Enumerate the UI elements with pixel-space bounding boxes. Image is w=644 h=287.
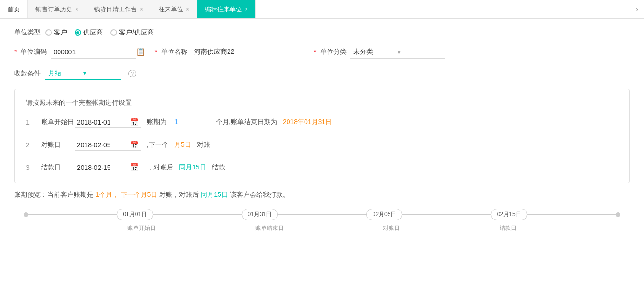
unit-code-input[interactable]	[53, 48, 136, 56]
tab-nav-arrow[interactable]: ›	[630, 0, 644, 18]
unit-code-input-wrap: 📋	[51, 45, 136, 59]
period-title: 请按照未来的一个完整帐期进行设置	[26, 99, 618, 107]
timeline-node-1: 01月01日	[117, 209, 153, 220]
unit-name-input[interactable]	[191, 46, 295, 58]
period-count-wrap	[172, 117, 210, 127]
radio-customer-circle	[45, 29, 52, 36]
period-row-2-date-input[interactable]	[77, 141, 130, 149]
timeline-node-4-label: 02月15日	[491, 209, 527, 220]
tab-cashwork[interactable]: 钱货日清工作台 ×	[86, 0, 151, 18]
period-row-3-desc-after: 结款	[212, 163, 225, 172]
payment-terms-help[interactable]: ?	[128, 70, 136, 77]
payment-terms-select[interactable]: 月结 ▾	[45, 67, 121, 80]
timeline-node-2: 01月31日	[242, 209, 278, 220]
period-row-3-calendar-icon[interactable]: 📅	[130, 163, 139, 172]
period-row-3-highlight: 同月15日	[179, 163, 206, 172]
period-row-2-desc-after: 对账	[197, 141, 210, 149]
period-row-1-date-wrap: 📅	[75, 117, 141, 128]
preview-label: 账期预览：当前客户账期是	[14, 191, 93, 198]
unit-category-value: 未分类	[353, 48, 398, 56]
timeline-seg-5	[527, 214, 616, 215]
radio-both[interactable]: 客户/供应商	[110, 28, 154, 37]
timeline-end-dot	[616, 212, 620, 217]
payment-terms-label: 收款条件	[14, 69, 41, 78]
payment-terms-row: 收款条件 月结 ▾ ?	[14, 67, 630, 80]
tab-home[interactable]: 首页	[0, 0, 28, 18]
preview-part1: 1个月，	[95, 191, 119, 198]
timeline-label-3: 对账日	[383, 224, 400, 232]
period-row-2-num: 2	[26, 141, 35, 149]
unit-type-row: 单位类型 客户 供应商 客户/供应商	[14, 28, 630, 37]
period-row-2-desc-before: ,下一个	[147, 141, 169, 149]
main-content: 单位类型 客户 供应商 客户/供应商 * 单位编码 📋	[0, 19, 644, 287]
timeline-label-4: 结款日	[500, 224, 517, 232]
period-row-1-num: 1	[26, 118, 35, 126]
tab-edit-partner-label: 编辑往来单位	[205, 5, 242, 14]
period-row-3-date-input[interactable]	[77, 164, 130, 171]
timeline-labels-row: 账单开始日 账单结束日 对账日 结款日	[24, 224, 620, 232]
tab-sales-history-close[interactable]: ×	[75, 6, 78, 13]
period-count-input[interactable]	[174, 118, 208, 126]
unit-code-icon[interactable]: 📋	[136, 47, 145, 56]
unit-code-required-star: *	[14, 48, 17, 56]
period-row-2-highlight: 月5日	[174, 141, 191, 149]
timeline-node-3: 02月05日	[366, 209, 403, 220]
radio-supplier-circle	[75, 29, 81, 36]
tab-edit-partner-close[interactable]: ×	[245, 6, 248, 13]
payment-terms-arrow: ▾	[83, 69, 118, 77]
unit-category-select[interactable]: 未分类 ▾	[350, 46, 445, 59]
unit-category-arrow: ▾	[398, 48, 442, 56]
unit-category-label: 单位分类	[320, 48, 347, 56]
tab-cashwork-label: 钱货日清工作台	[94, 5, 137, 14]
unit-type-label: 单位类型	[14, 28, 41, 37]
period-row-3-num: 3	[26, 164, 35, 171]
timeline-start-dot	[24, 212, 28, 217]
timeline-seg-1	[28, 214, 117, 215]
unit-name-required-star: *	[154, 48, 157, 56]
period-row-3-date-wrap: 📅	[75, 162, 141, 173]
tab-partner-label: 往来单位	[159, 5, 183, 14]
timeline-seg-2	[153, 214, 241, 215]
preview-part2: 下一个月5日	[121, 191, 158, 198]
period-row-2-calendar-icon[interactable]: 📅	[130, 140, 139, 149]
period-row-1-calendar-icon[interactable]: 📅	[130, 118, 139, 127]
period-row-1: 1 账单开始日 📅 账期为 个月,账单结束日期为 2018年01月31日	[26, 117, 618, 128]
tab-sales-history[interactable]: 销售订单历史 ×	[28, 0, 86, 18]
radio-supplier[interactable]: 供应商	[75, 28, 103, 37]
timeline-node-4: 02月15日	[491, 209, 527, 220]
tab-home-label: 首页	[8, 5, 20, 14]
preview-text: 账期预览：当前客户账期是 1个月， 下一个月5日 对账，对账后 同月15日 该客…	[14, 191, 630, 199]
radio-both-label: 客户/供应商	[119, 28, 154, 37]
tab-cashwork-close[interactable]: ×	[140, 6, 143, 13]
timeline-node-2-label: 01月31日	[242, 209, 278, 220]
period-row-2-label: 对账日	[41, 141, 69, 149]
period-row-2: 2 对账日 📅 ,下一个 月5日 对账	[26, 139, 618, 151]
unit-category-required-star: *	[314, 48, 316, 56]
preview-section: 账期预览：当前客户账期是 1个月， 下一个月5日 对账，对账后 同月15日 该客…	[14, 191, 630, 232]
timeline-seg-4	[402, 214, 491, 215]
period-row-1-date-input[interactable]	[77, 118, 130, 126]
period-row-3-desc-before: ，对账后	[147, 163, 173, 172]
timeline-label-2: 账单结束日	[255, 224, 284, 232]
period-row-1-label: 账单开始日	[41, 118, 69, 127]
preview-part4: 同月15日	[201, 191, 228, 198]
tab-partner[interactable]: 往来单位 ×	[151, 0, 197, 18]
radio-supplier-label: 供应商	[83, 28, 103, 37]
period-row-3: 3 结款日 📅 ，对账后 同月15日 结款	[26, 162, 618, 173]
timeline-node-1-label: 01月01日	[117, 209, 153, 220]
unit-name-label: 单位名称	[161, 48, 187, 56]
period-row-1-desc-before: 账期为	[147, 118, 167, 127]
radio-customer-label: 客户	[54, 28, 67, 37]
preview-part3: 对账，对账后	[159, 191, 199, 198]
tab-sales-history-label: 销售订单历史	[35, 5, 72, 14]
tab-bar: 首页 销售订单历史 × 钱货日清工作台 × 往来单位 × 编辑往来单位 × ›	[0, 0, 644, 19]
timeline-node-3-label: 02月05日	[366, 209, 403, 220]
timeline-line-row: 01月01日 01月31日 02月05日 02月15日	[24, 209, 620, 220]
payment-terms-value: 月结	[48, 69, 83, 77]
period-row-1-desc-after: 个月,账单结束日期为	[216, 118, 277, 127]
radio-both-circle	[110, 29, 117, 36]
tab-edit-partner[interactable]: 编辑往来单位 ×	[197, 0, 256, 18]
tab-partner-close[interactable]: ×	[186, 6, 189, 13]
timeline: 01月01日 01月31日 02月05日 02月15日	[14, 209, 630, 232]
radio-customer[interactable]: 客户	[45, 28, 67, 37]
